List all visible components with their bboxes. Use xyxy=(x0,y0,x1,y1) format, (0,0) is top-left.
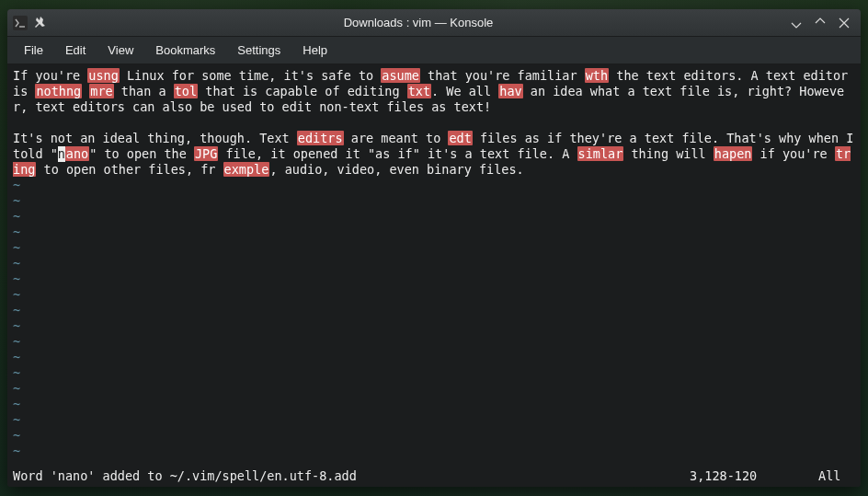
vim-empty-line: ~ xyxy=(13,225,20,239)
vim-empty-line: ~ xyxy=(13,444,20,458)
close-button[interactable] xyxy=(837,16,851,30)
spell-error: JPG xyxy=(194,146,218,161)
spell-error: edt xyxy=(448,131,472,145)
spell-error: editrs xyxy=(297,131,344,145)
spell-error: asume xyxy=(381,68,420,83)
spell-error: hav xyxy=(498,84,522,98)
menu-settings[interactable]: Settings xyxy=(228,40,290,61)
spell-error: mre xyxy=(89,84,113,98)
pin-icon[interactable] xyxy=(33,16,48,30)
window-title: Downloads : vim — Konsole xyxy=(48,16,789,29)
vim-empty-line: ~ xyxy=(13,178,20,192)
vim-editor[interactable]: If you're usng Linux for some time, it's… xyxy=(7,64,861,487)
vim-buffer: If you're usng Linux for some time, it's… xyxy=(13,68,855,459)
vim-empty-line: ~ xyxy=(13,209,20,224)
status-percent: All xyxy=(818,468,855,483)
vim-empty-line: ~ xyxy=(13,256,20,271)
menu-help[interactable]: Help xyxy=(293,40,337,61)
vim-empty-line: ~ xyxy=(13,303,20,317)
vim-empty-line: ~ xyxy=(13,271,20,286)
vim-statusline: Word 'nano' added to ~/.vim/spell/en.utf… xyxy=(13,468,855,483)
svg-rect-0 xyxy=(13,16,28,30)
spell-error: usng xyxy=(87,68,120,83)
menu-bookmarks[interactable]: Bookmarks xyxy=(146,40,224,61)
titlebar: Downloads : vim — Konsole xyxy=(7,9,861,37)
vim-empty-line: ~ xyxy=(13,365,20,380)
menubar: FileEditViewBookmarksSettingsHelp xyxy=(7,37,861,64)
menu-edit[interactable]: Edit xyxy=(56,40,95,61)
spell-error: tol xyxy=(174,84,198,98)
vim-cursor: n xyxy=(58,146,65,162)
menu-file[interactable]: File xyxy=(15,40,52,61)
minimize-button[interactable] xyxy=(789,16,804,30)
app-icon xyxy=(13,16,28,30)
spell-error: ano xyxy=(65,146,89,161)
vim-empty-line: ~ xyxy=(13,381,20,396)
spell-error: wth xyxy=(585,68,609,83)
spell-error: simlar xyxy=(577,146,624,161)
spell-error: txt xyxy=(407,84,431,98)
spell-error: exmple xyxy=(223,162,270,177)
status-message: Word 'nano' added to ~/.vim/spell/en.utf… xyxy=(13,468,690,483)
vim-empty-line: ~ xyxy=(13,397,20,411)
vim-empty-line: ~ xyxy=(13,412,20,427)
status-position: 3,128-120 xyxy=(690,468,818,483)
vim-empty-line: ~ xyxy=(13,318,20,333)
spell-error: hapen xyxy=(714,146,753,161)
vim-empty-line: ~ xyxy=(13,350,20,364)
maximize-button[interactable] xyxy=(813,16,828,30)
vim-empty-line: ~ xyxy=(13,428,20,443)
vim-empty-line: ~ xyxy=(13,193,20,208)
vim-empty-line: ~ xyxy=(13,334,20,349)
spell-error: nothng xyxy=(35,84,82,98)
menu-view[interactable]: View xyxy=(98,40,143,61)
vim-empty-line: ~ xyxy=(13,287,20,302)
vim-empty-line: ~ xyxy=(13,240,20,255)
konsole-window: Downloads : vim — Konsole FileEditViewBo… xyxy=(7,9,861,487)
